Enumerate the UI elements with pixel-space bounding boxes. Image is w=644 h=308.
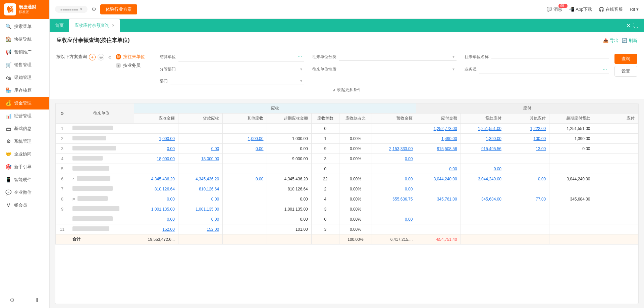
sidebar-item-quicknav[interactable]: 🏠 快捷导航	[0, 33, 49, 46]
table-row: 6 ^ 4,345,436.20 4,345,436.20 0.00 4,345…	[56, 174, 638, 184]
row-pay-loan: 345,684.00	[461, 194, 505, 204]
refresh-button[interactable]: 🔄 刷新	[622, 38, 637, 44]
row-index: 5	[56, 164, 69, 174]
input-settlement[interactable]: ···	[178, 52, 304, 61]
breadcrumb-text: ■■■■■■■■	[60, 7, 78, 11]
row-rec-overdue: 0.00	[267, 144, 311, 154]
row-pay-other: 13.00	[505, 144, 549, 154]
home-icon: 🏠	[5, 36, 11, 42]
sidebar-item-purchase[interactable]: 🛍 采购管理	[0, 71, 49, 84]
sidebar-label-finance: 资金管理	[14, 100, 32, 106]
input-partner-name[interactable]	[491, 55, 609, 58]
row-pay-amount: 915,508.56	[416, 144, 461, 154]
user-chevron: ▾	[636, 7, 639, 12]
col-pay-rest: 应付	[594, 114, 638, 124]
export-label: 导出	[610, 38, 619, 44]
tab-home[interactable]: 首页	[50, 19, 69, 32]
gear-icon[interactable]: ⚙	[92, 6, 96, 12]
tab-minimize-icon[interactable]: ✕	[626, 23, 631, 29]
rec-amount-link[interactable]: 1,000.00	[159, 136, 175, 141]
scheme-dot-salesperson: ●	[116, 63, 121, 68]
table-section: ⚙ 往来单位 应收 应付 应收金额 贷款应收 其他应收 超期应收金额 应收笔数 …	[50, 99, 644, 308]
filter-field-partner-name: 往来单位名称	[465, 54, 609, 60]
online-service-button[interactable]: 🎧 在线客服	[599, 6, 623, 12]
table-body: 1 0 1,252,773.00 1,251,551.00 1,222.00	[56, 124, 638, 234]
row-rec-other	[223, 214, 267, 224]
page-title-row: 应收应付余额查询(按往来单位) 📤 导出 🔄 刷新	[56, 37, 637, 44]
page-content: 应收应付余额查询(按往来单位) 📤 导出 🔄 刷新 按以下方	[50, 32, 644, 308]
row-index: 6	[56, 174, 69, 184]
collapse-more-button[interactable]: ∧ 收起更多条件	[56, 85, 637, 95]
message-button[interactable]: 💬 消息 99+	[547, 6, 562, 12]
tab-close-icon[interactable]: ×	[112, 23, 114, 28]
row-pay-overdue: 0.00	[549, 144, 594, 154]
select-partner-category[interactable]: ▾	[339, 53, 457, 61]
row-pay-amount: 3,044,240.00	[416, 174, 461, 184]
sidebar-item-member[interactable]: Ⅴ 畅会员	[0, 199, 49, 212]
setting-button[interactable]: 设置	[614, 66, 637, 77]
user-name: Rit	[630, 7, 635, 12]
row-pay-other: 77.00	[505, 194, 549, 204]
sidebar-label-marketing: 营销推广	[14, 49, 32, 55]
sidebar-label-quicknav: 快捷导航	[14, 36, 32, 42]
collapse-more-label: 收起更多条件	[337, 87, 361, 93]
label-partner-category: 往来单位分类	[312, 54, 336, 60]
sidebar-item-system[interactable]: ⚙ 系统管理	[0, 135, 49, 148]
tab-receivable[interactable]: 应收应付余额查询 ×	[69, 19, 120, 32]
sidebar-item-guide[interactable]: 🎯 新手引导	[0, 161, 49, 173]
collapse-icon[interactable]: ⏸	[32, 295, 42, 305]
sidebar-label-search: 搜索菜单	[14, 24, 32, 30]
row-rec-advance	[372, 124, 416, 134]
sidebar-bottom: ⚙ ⏸	[0, 292, 49, 308]
row-rec-other	[223, 124, 267, 134]
row-pay-rest	[594, 124, 638, 134]
filter-collapse-button[interactable]: «	[106, 54, 113, 60]
row-company	[69, 154, 134, 164]
sidebar-item-hardware[interactable]: 📱 智能硬件	[0, 173, 49, 186]
row-pay-other	[505, 204, 549, 214]
pay-amount-link[interactable]: 1,252,773.00	[434, 126, 457, 131]
scheme-item-partner[interactable]: 畅 按往来单位	[113, 52, 148, 61]
row-index: 1	[56, 124, 69, 134]
filter-add-button[interactable]: +	[89, 54, 96, 60]
sidebar-item-finance[interactable]: 💰 资金管理	[0, 97, 49, 109]
sidebar-item-marketing[interactable]: 📢 营销推广	[0, 46, 49, 58]
sales-icon: 🛒	[5, 62, 11, 68]
tab-maximize-icon[interactable]: ⛶	[633, 23, 639, 29]
select-dept[interactable]: ▾	[178, 65, 304, 73]
input-salesperson[interactable]: ···	[479, 65, 609, 74]
row-pay-overdue	[549, 184, 594, 194]
row-rec-advance: 0.00	[372, 184, 416, 194]
solution-button[interactable]: 体验行业方案	[100, 4, 137, 14]
sidebar-item-basic[interactable]: 🗃 基础信息	[0, 122, 49, 135]
rec-other-link[interactable]: 1,000.00	[248, 136, 264, 141]
query-button[interactable]: 查询	[614, 54, 637, 64]
user-menu[interactable]: Rit ▾	[630, 7, 639, 12]
select-subdept[interactable]: ▾	[170, 77, 304, 85]
sidebar-label-collab: 企业协同	[14, 151, 32, 157]
sidebar-item-search[interactable]: 🔍 搜索菜单	[0, 20, 49, 33]
settings-col-header[interactable]: ⚙	[56, 103, 69, 124]
row-company	[69, 144, 134, 154]
pay-loan-link[interactable]: 1,251,551.00	[478, 126, 501, 131]
select-partner-nature[interactable]: ▾	[339, 65, 457, 73]
app-download-button[interactable]: 📲 App下载	[569, 6, 592, 12]
sidebar-item-wechat[interactable]: 💬 企业微信	[0, 186, 49, 199]
sidebar-item-sales[interactable]: 🛒 销售管理	[0, 58, 49, 71]
filter-set-button[interactable]: ◎	[98, 54, 104, 60]
sidebar-item-operations[interactable]: 📊 经营管理	[0, 109, 49, 122]
row-company	[69, 214, 134, 224]
sidebar-item-inventory[interactable]: 🏪 库存核算	[0, 84, 49, 97]
footer-pay-loan	[461, 234, 505, 245]
tab-home-label: 首页	[55, 23, 64, 29]
sidebar-label-hardware: 智能硬件	[14, 177, 32, 183]
settings-bottom-icon[interactable]: ⚙	[8, 295, 16, 305]
sidebar-label-sales: 销售管理	[14, 62, 32, 68]
scheme-item-salesperson[interactable]: ● 按业务员	[113, 61, 143, 70]
export-button[interactable]: 📤 导出	[603, 38, 619, 44]
filter-field-partner-nature: 往来单位性质 ▾	[312, 65, 457, 73]
pay-other-link[interactable]: 1,222.00	[530, 126, 546, 131]
row-rec-amount: 0.00	[134, 194, 178, 204]
sidebar-item-collab[interactable]: 🤝 企业协同	[0, 148, 49, 161]
table-wrapper[interactable]: ⚙ 往来单位 应收 应付 应收金额 贷款应收 其他应收 超期应收金额 应收笔数 …	[55, 103, 639, 304]
